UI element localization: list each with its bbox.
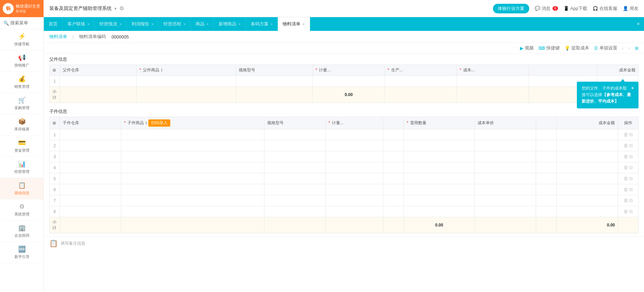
delete-icon[interactable]: 🗑 (623, 132, 628, 137)
tab-close-customer[interactable]: × (87, 22, 89, 26)
tab-home[interactable]: 首页 (44, 17, 63, 31)
parent-goods-info-icon[interactable]: ℹ (161, 68, 162, 72)
child-row-2-unit-cost[interactable] (474, 140, 536, 151)
child-row-4-unit-cost[interactable] (474, 162, 536, 173)
delete-icon[interactable]: 🗑 (623, 143, 628, 148)
child-row-7-spec[interactable] (264, 195, 325, 206)
child-row-1-goods[interactable] (121, 129, 264, 140)
child-row-4-goods[interactable] (121, 162, 264, 173)
parent-row-1-goods[interactable] (136, 76, 236, 87)
delete-icon[interactable]: 🗑 (623, 176, 628, 181)
child-row-5-spec[interactable] (264, 173, 325, 184)
sidebar-search[interactable]: 🔍 搜索菜单 (0, 17, 44, 29)
online-service-button[interactable]: 🎧 在线客服 (593, 5, 617, 12)
copy-icon[interactable]: ⧉ (629, 165, 633, 170)
tab-close-barcode[interactable]: × (271, 22, 273, 26)
delete-icon[interactable]: 🗑 (623, 187, 628, 192)
delete-icon[interactable]: 🗑 (623, 154, 628, 159)
child-row-7-goods[interactable] (121, 195, 264, 206)
child-row-7-unit[interactable] (326, 195, 383, 206)
sidebar-item-basic-info[interactable]: 📋 基础信息 (0, 178, 44, 199)
child-row-2-qty[interactable] (404, 140, 475, 151)
experience-button[interactable]: 体验行业方案 (493, 4, 529, 13)
tab-close-ops[interactable]: × (119, 22, 121, 26)
child-row-6-unit[interactable] (326, 184, 383, 195)
sidebar-item-quick-nav[interactable]: ⚡ 快捷导航 (0, 29, 44, 50)
tab-close-profit[interactable]: × (151, 22, 153, 26)
sidebar-item-system[interactable]: ⚙ 系统管理 (0, 199, 44, 221)
copy-icon[interactable]: ⧉ (629, 143, 633, 148)
parent-row-1-produce[interactable] (385, 76, 457, 87)
child-row-6-warehouse[interactable] (60, 184, 121, 195)
tab-goods[interactable]: 商品 × (191, 17, 214, 31)
child-row-7-warehouse[interactable] (60, 195, 121, 206)
copy-icon[interactable]: ⧉ (629, 209, 633, 214)
child-row-5-unit[interactable] (326, 173, 383, 184)
child-row-6-spec[interactable] (264, 184, 325, 195)
parent-row-1-cost[interactable] (457, 76, 529, 87)
child-row-4-warehouse[interactable] (60, 162, 121, 173)
child-row-5-qty[interactable] (404, 173, 475, 184)
system-dropdown-icon[interactable]: ▾ (114, 6, 116, 11)
parent-col-settings[interactable]: ⚙ (50, 65, 60, 76)
tooltip-close-button[interactable]: × (631, 85, 634, 92)
tab-barcode[interactable]: 条码方案 × (246, 17, 278, 31)
tab-close-bom[interactable]: × (302, 22, 305, 26)
parent-row-1-spec[interactable] (236, 76, 313, 87)
child-row-3-warehouse[interactable] (60, 151, 121, 162)
message-button[interactable]: 💬 消息 6 (535, 5, 558, 12)
child-row-3-qty[interactable] (404, 151, 475, 162)
user-menu[interactable]: 👤 用友 (623, 5, 639, 12)
child-row-4-unit[interactable] (326, 162, 383, 173)
sidebar-item-guide[interactable]: 🆕 新手引导 (0, 242, 44, 263)
child-row-3-spec[interactable] (264, 151, 325, 162)
tab-ops-history[interactable]: 经营历程 × (159, 17, 190, 31)
child-row-7-unit-cost[interactable] (474, 195, 536, 206)
settings-icon[interactable]: ⚙ (119, 5, 124, 12)
sidebar-item-enterprise[interactable]: 🏢 企业协同 (0, 221, 44, 242)
child-row-5-unit-cost[interactable] (474, 173, 536, 184)
child-row-1-unit-cost[interactable] (474, 129, 536, 140)
child-row-7-qty[interactable] (404, 195, 475, 206)
note-text[interactable]: 填写备注信息 (61, 241, 85, 246)
child-col-settings[interactable]: ⚙ (50, 117, 60, 129)
tab-bom[interactable]: 物料清单 × (278, 17, 310, 31)
sidebar-item-operations[interactable]: 📊 经营管理 (0, 157, 44, 178)
child-row-3-unit-cost[interactable] (474, 151, 536, 162)
child-row-6-goods[interactable] (121, 184, 264, 195)
sidebar-item-purchase[interactable]: 🛒 采购管理 (0, 93, 44, 114)
child-row-3-goods[interactable] (121, 151, 264, 162)
sidebar-item-finance[interactable]: 💳 资金管理 (0, 136, 44, 157)
child-row-2-warehouse[interactable] (60, 140, 121, 151)
child-row-8-qty[interactable] (404, 206, 475, 217)
child-row-1-spec[interactable] (264, 129, 325, 140)
copy-icon[interactable]: ⧉ (629, 176, 633, 181)
video-button[interactable]: ▶ 视频 (520, 45, 534, 51)
child-row-1-warehouse[interactable] (60, 129, 121, 140)
child-row-4-spec[interactable] (264, 162, 325, 173)
tab-close-goods[interactable]: × (207, 22, 209, 26)
tab-customer[interactable]: 客户联络 × (63, 17, 95, 31)
copy-icon[interactable]: ⧉ (629, 187, 633, 192)
copy-icon[interactable]: ⧉ (629, 154, 633, 159)
delete-icon[interactable]: 🗑 (623, 198, 628, 203)
child-row-1-unit[interactable] (326, 129, 383, 140)
tab-new-goods[interactable]: 新增商品 × (214, 17, 246, 31)
copy-icon[interactable]: ⧉ (629, 132, 633, 137)
child-row-6-qty[interactable] (404, 184, 475, 195)
child-row-5-warehouse[interactable] (60, 173, 121, 184)
child-row-3-unit[interactable] (326, 151, 383, 162)
child-row-5-goods[interactable] (121, 173, 264, 184)
child-goods-info-icon[interactable]: ℹ (146, 121, 147, 125)
nav-prev-button[interactable]: ‹ (622, 46, 623, 51)
tab-operations-status[interactable]: 经营情况 × (95, 17, 126, 31)
single-settings-button[interactable]: ☰ 单据设置 (594, 45, 617, 51)
child-row-2-spec[interactable] (264, 140, 325, 151)
child-row-1-qty[interactable] (404, 129, 475, 140)
delete-icon[interactable]: 🗑 (623, 165, 628, 170)
sidebar-item-sales[interactable]: 💰 销售管理 (0, 72, 44, 93)
extract-cost-button[interactable]: 💡 提取成本 (565, 45, 589, 51)
child-row-8-unit[interactable] (326, 206, 383, 217)
sidebar-item-inventory[interactable]: 📦 库存核算 (0, 114, 44, 136)
app-download-button[interactable]: 📱 App下载 (564, 5, 587, 12)
